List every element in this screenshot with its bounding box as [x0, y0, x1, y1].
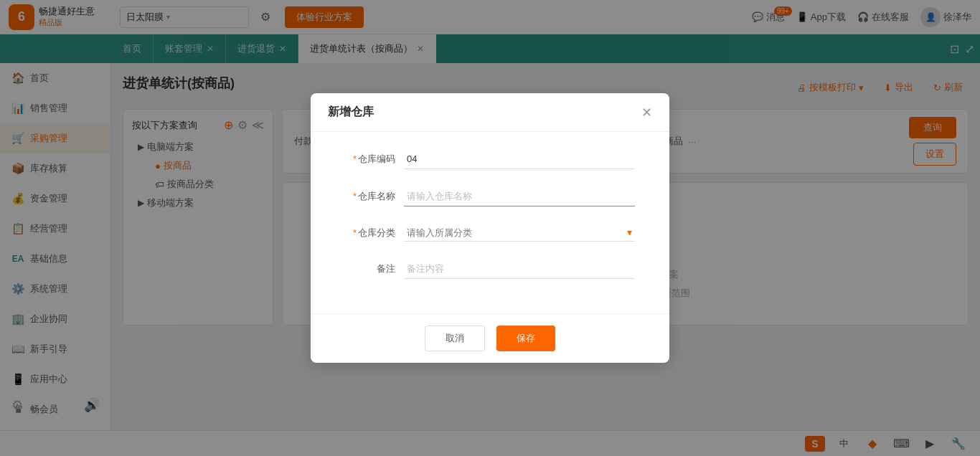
modal-overlay[interactable]: 新增仓库 ✕ *仓库编码 *仓库名称 *仓库分类: [0, 0, 980, 456]
name-label: *仓库名称: [345, 190, 395, 203]
code-input[interactable]: [404, 149, 635, 169]
form-row-category: *仓库分类 ▾: [345, 224, 635, 242]
name-input[interactable]: [404, 186, 635, 206]
category-label: *仓库分类: [345, 227, 395, 239]
new-warehouse-modal: 新增仓库 ✕ *仓库编码 *仓库名称 *仓库分类: [311, 93, 669, 363]
category-dropdown-icon: ▾: [627, 227, 632, 238]
form-row-code: *仓库编码: [345, 149, 635, 169]
modal-close-icon[interactable]: ✕: [641, 106, 652, 119]
category-select-wrap[interactable]: ▾: [404, 224, 635, 242]
modal-header: 新增仓库 ✕: [311, 93, 669, 132]
save-button[interactable]: 保存: [496, 326, 555, 351]
modal-body: *仓库编码 *仓库名称 *仓库分类 ▾: [311, 132, 669, 313]
code-label: *仓库编码: [345, 153, 395, 166]
category-input[interactable]: [407, 227, 627, 238]
form-row-name: *仓库名称: [345, 186, 635, 206]
modal-title: 新增仓库: [328, 105, 374, 120]
modal-footer: 取消 保存: [311, 313, 669, 363]
form-row-remark: 备注: [345, 259, 635, 279]
remark-label: 备注: [345, 262, 395, 275]
remark-input[interactable]: [404, 259, 635, 279]
cancel-button[interactable]: 取消: [425, 326, 485, 351]
